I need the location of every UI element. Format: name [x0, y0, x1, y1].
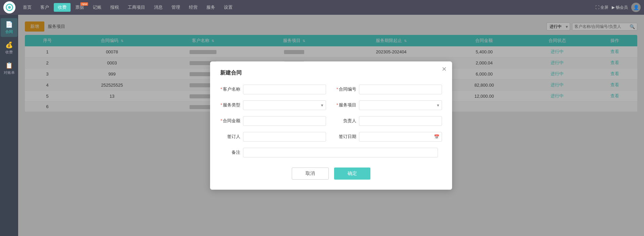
contract-no-label: *合同编号 — [336, 86, 356, 92]
signer-label: 签订人 — [220, 134, 240, 140]
remarks-input[interactable] — [243, 148, 438, 157]
modal-close-button[interactable]: ✕ — [442, 66, 447, 72]
modal-footer: 取消 确定 — [220, 168, 442, 180]
form-group-service-item: *服务项目 — [336, 100, 442, 110]
form-group-remarks: 备注 — [220, 148, 442, 157]
nav-item-home[interactable]: 首页 — [19, 3, 36, 12]
service-type-label: *服务类型 — [220, 102, 240, 108]
nav-item-manage[interactable]: 管理 — [167, 3, 184, 12]
sidebar: 📄 合同 💰 收费 📋 对账单 — [0, 15, 18, 236]
statement-icon: 📋 — [5, 62, 13, 69]
service-item-select-wrapper — [359, 100, 442, 110]
sign-date-wrapper: 2023-06-06 📅 — [359, 132, 442, 142]
layout: 📄 合同 💰 收费 📋 对账单 新增 服务项目 进行中 已完成 已取消 — [0, 15, 644, 236]
confirm-button[interactable]: 确定 — [334, 168, 370, 180]
form-row-5: 备注 — [220, 148, 442, 157]
nav-item-accounting[interactable]: 记账 — [89, 3, 106, 12]
main-content: 新增 服务项目 进行中 已完成 已取消 🔍 — [18, 15, 644, 236]
form-group-contract-no: *合同编号 — [336, 85, 442, 94]
fullscreen-button[interactable]: ⛶ 全屏 — [595, 5, 608, 10]
sidebar-item-fee[interactable]: 💰 收费 — [1, 39, 17, 57]
service-type-select[interactable] — [243, 100, 326, 110]
responsible-label: 负责人 — [336, 118, 356, 124]
form-row-2: *服务类型 *服务项目 — [220, 100, 442, 110]
form-group-responsible: 负责人 — [336, 116, 442, 126]
required-star-3: * — [220, 102, 222, 107]
logo — [3, 1, 15, 13]
modal-overlay: ✕ 新建合同 *客户名称 *合同编号 — [18, 15, 644, 236]
nav-item-service[interactable]: 服务 — [202, 3, 219, 12]
top-nav: 首页 客户 收费 票据 new 记账 报税 工商项目 消息 管理 经营 服务 设… — [0, 0, 644, 15]
form-row-3: *合同金额 0.00 负责人 — [220, 116, 442, 126]
form-row-4: 签订人 签订日期 2023-06-06 📅 — [220, 132, 442, 142]
client-name-input[interactable] — [243, 85, 326, 94]
client-name-label: *客户名称 — [220, 86, 240, 92]
remarks-label: 备注 — [220, 149, 240, 155]
service-item-label: *服务项目 — [336, 102, 356, 108]
cancel-button[interactable]: 取消 — [292, 168, 329, 180]
form-group-sign-date: 签订日期 2023-06-06 📅 — [336, 132, 442, 142]
nav-items: 首页 客户 收费 票据 new 记账 报税 工商项目 消息 管理 经营 服务 设… — [19, 3, 595, 12]
nav-item-billing[interactable]: 收费 — [54, 3, 71, 12]
fullscreen-icon: ⛶ — [595, 5, 599, 10]
nav-item-message[interactable]: 消息 — [150, 3, 167, 12]
form-group-client-name: *客户名称 — [220, 85, 326, 94]
new-badge-tag: new — [80, 2, 88, 6]
nav-item-tax[interactable]: 报税 — [106, 3, 123, 12]
contract-no-input[interactable] — [359, 85, 442, 94]
sign-date-input[interactable]: 2023-06-06 — [359, 132, 442, 142]
modal-title: 新建合同 — [220, 69, 442, 77]
required-star-4: * — [336, 102, 338, 107]
form-group-service-type: *服务类型 — [220, 100, 326, 110]
calendar-icon[interactable]: 📅 — [434, 134, 439, 139]
required-star: * — [220, 87, 222, 92]
play-icon: ▶ — [612, 5, 615, 10]
nav-item-operation[interactable]: 经营 — [185, 3, 202, 12]
amount-input[interactable]: 0.00 — [243, 116, 326, 126]
sidebar-item-statement[interactable]: 📋 对账单 — [1, 59, 17, 78]
nav-item-customer[interactable]: 客户 — [36, 3, 53, 12]
service-item-select[interactable] — [359, 100, 442, 110]
form-group-amount: *合同金额 0.00 — [220, 116, 326, 126]
avatar[interactable]: 👤 — [631, 3, 641, 12]
form-row-1: *客户名称 *合同编号 — [220, 85, 442, 94]
member-button[interactable]: ▶ 畅会员 — [612, 5, 628, 10]
responsible-input[interactable] — [359, 116, 442, 126]
sign-date-label: 签订日期 — [336, 134, 356, 140]
new-contract-modal: ✕ 新建合同 *客户名称 *合同编号 — [210, 61, 452, 190]
fee-icon: 💰 — [5, 41, 13, 49]
nav-item-bills[interactable]: 票据 new — [71, 3, 88, 12]
nav-right: ⛶ 全屏 ▶ 畅会员 👤 — [595, 3, 641, 12]
signer-input[interactable] — [243, 132, 326, 142]
service-type-select-wrapper — [243, 100, 326, 110]
required-star-5: * — [220, 118, 222, 123]
form-group-signer: 签订人 — [220, 132, 326, 142]
required-star-2: * — [336, 87, 338, 92]
sidebar-item-contract[interactable]: 📄 合同 — [1, 18, 17, 37]
amount-label: *合同金额 — [220, 118, 240, 124]
nav-item-settings[interactable]: 设置 — [220, 3, 237, 12]
contract-icon: 📄 — [5, 21, 13, 28]
nav-item-business[interactable]: 工商项目 — [124, 3, 149, 12]
